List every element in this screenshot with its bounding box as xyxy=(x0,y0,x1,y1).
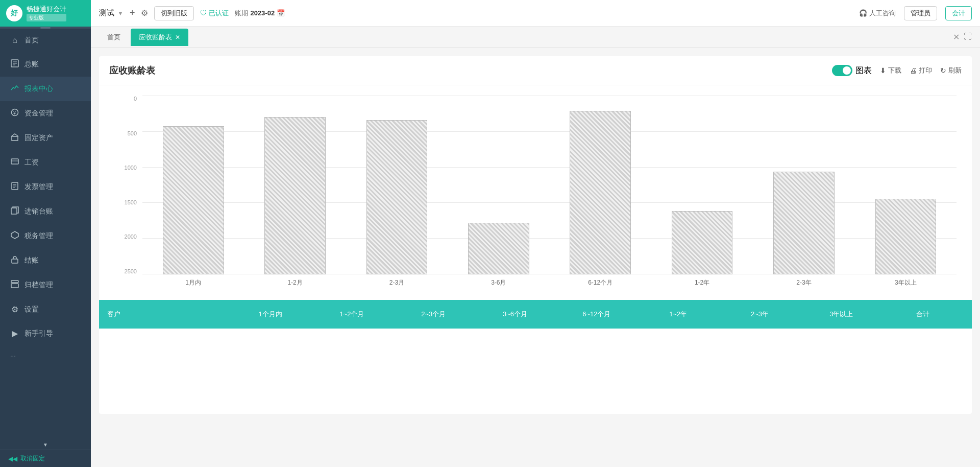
tax-icon xyxy=(10,231,19,241)
chart-x-labels: 1月内1-2月2-3月3-6月6-12个月1-2年2-3年3年以上 xyxy=(142,275,957,290)
tabs-right-actions: ✕ ⛶ xyxy=(953,32,972,42)
y-label-3: 1500 xyxy=(114,199,140,205)
calendar-icon[interactable]: 📅 xyxy=(277,9,285,17)
print-button[interactable]: 🖨 打印 xyxy=(910,66,932,75)
tab-ar-aging[interactable]: 应收账龄表 ✕ xyxy=(131,29,188,46)
sidebar-item-tax[interactable]: 税务管理 xyxy=(0,224,91,248)
assets-icon xyxy=(10,133,19,143)
chart-bar-group-7 xyxy=(855,96,957,274)
purchase-icon xyxy=(10,206,19,217)
topbar-right: 🎧 人工咨询 管理员 会计 xyxy=(859,6,972,20)
table-header-cell-5: 6~12个月 xyxy=(556,310,638,319)
pin-icon: ◀◀ xyxy=(8,455,17,462)
role-button[interactable]: 会计 xyxy=(945,6,972,20)
chart-bar-group-5 xyxy=(651,96,753,274)
logo-text: 畅捷通好会计 专业版 xyxy=(27,5,66,21)
settings-button[interactable]: ⚙ xyxy=(141,8,148,18)
chart-bar-group-3 xyxy=(448,96,549,274)
download-icon: ⬇ xyxy=(880,66,886,75)
sidebar-item-ledger[interactable]: 总账 xyxy=(0,52,91,77)
sidebar-item-archive[interactable]: 归档管理 xyxy=(0,273,91,297)
topbar: 测试 ▼ + ⚙ 切到旧版 🛡 已认证 账期 2023-02 📅 🎧 人工咨询 … xyxy=(91,0,980,27)
sidebar-logo: 好 畅捷通好会计 专业版 xyxy=(0,0,91,27)
sidebar-item-settings[interactable]: ⚙ 设置 xyxy=(0,297,91,321)
tab-home[interactable]: 首页 xyxy=(99,29,129,46)
chart-x-label-6: 2-3年 xyxy=(753,275,854,290)
chart-bar-4 xyxy=(570,111,631,274)
sidebar-nav: ⌂ 首页 总账 报表中心 ¥ 资金管理 固定资产 xyxy=(0,27,91,440)
tabs-bar: 首页 应收账龄表 ✕ ✕ ⛶ xyxy=(91,27,980,48)
svg-text:¥: ¥ xyxy=(13,110,16,115)
download-button[interactable]: ⬇ 下载 xyxy=(880,66,901,75)
sidebar-item-funds[interactable]: ¥ 资金管理 xyxy=(0,101,91,126)
sidebar: 好 畅捷通好会计 专业版 ⌂ 首页 总账 报表中心 ¥ xyxy=(0,0,91,467)
chart-bar-3 xyxy=(468,223,529,274)
refresh-button[interactable]: ↻ 刷新 xyxy=(940,66,962,75)
sidebar-item-partial: ... xyxy=(0,345,91,363)
sidebar-item-assets[interactable]: 固定资产 xyxy=(0,126,91,150)
chart-bar-2 xyxy=(366,120,428,274)
table-header-cell-2: 1~2个月 xyxy=(311,310,393,319)
user-button[interactable]: 管理员 xyxy=(904,6,937,20)
chart-x-label-5: 1-2年 xyxy=(651,275,753,290)
settings-icon: ⚙ xyxy=(10,305,19,314)
sidebar-item-salary[interactable]: 工资 xyxy=(0,150,91,175)
svg-rect-7 xyxy=(11,159,18,164)
invoice-icon xyxy=(10,182,19,192)
svg-rect-6 xyxy=(12,136,18,141)
table-header-cell-9: 合计 xyxy=(882,310,964,319)
svg-rect-16 xyxy=(11,284,18,288)
sidebar-item-reports[interactable]: 报表中心 xyxy=(0,77,91,101)
sidebar-item-guide[interactable]: ▶ 新手引导 xyxy=(0,321,91,345)
main-content: 测试 ▼ + ⚙ 切到旧版 🛡 已认证 账期 2023-02 📅 🎧 人工咨询 … xyxy=(91,0,980,467)
svg-rect-15 xyxy=(11,281,18,283)
home-icon: ⌂ xyxy=(10,36,19,45)
y-label-4: 2000 xyxy=(114,233,140,240)
sidebar-item-invoice[interactable]: 发票管理 xyxy=(0,175,91,199)
chart-toggle: 图表 xyxy=(832,65,872,76)
ledger-icon xyxy=(10,59,19,69)
chart-x-label-0: 1月内 xyxy=(142,275,244,290)
guide-icon: ▶ xyxy=(10,329,19,338)
consult-button[interactable]: 🎧 人工咨询 xyxy=(859,9,896,18)
add-company-button[interactable]: + xyxy=(130,8,135,18)
chart-x-label-3: 3-6月 xyxy=(448,275,549,290)
headset-icon: 🎧 xyxy=(859,9,867,17)
chevron-down-icon: ▼ xyxy=(117,10,124,17)
expand-icon[interactable]: ⛶ xyxy=(964,32,972,42)
close-window-icon[interactable]: ✕ xyxy=(953,32,960,42)
chart-bar-7 xyxy=(875,199,937,274)
sidebar-item-close[interactable]: 结账 xyxy=(0,248,91,273)
sidebar-item-home[interactable]: ⌂ 首页 xyxy=(0,29,91,52)
chart-x-label-7: 3年以上 xyxy=(855,275,957,290)
switch-old-version-button[interactable]: 切到旧版 xyxy=(154,6,194,20)
topbar-title: 测试 ▼ xyxy=(99,8,124,18)
table-header-cell-3: 2~3个月 xyxy=(393,310,474,319)
funds-icon: ¥ xyxy=(10,108,19,119)
chart-x-label-2: 2-3月 xyxy=(346,275,448,290)
chart-inner: 2500 2000 1500 1000 500 0 xyxy=(114,96,957,290)
tab-close-icon[interactable]: ✕ xyxy=(175,34,180,41)
chart-bar-group-1 xyxy=(244,96,346,274)
report-container: 应收账龄表 图表 ⬇ 下载 🖨 打印 ↻ xyxy=(99,56,972,414)
close-account-icon xyxy=(10,255,19,266)
chart-bar-group-6 xyxy=(753,96,854,274)
y-label-0: 0 xyxy=(114,96,140,102)
page-content: 应收账龄表 图表 ⬇ 下载 🖨 打印 ↻ xyxy=(91,48,980,467)
chart-toggle-switch[interactable] xyxy=(832,65,852,76)
sidebar-item-purchase[interactable]: 进销台账 xyxy=(0,199,91,224)
chart-area: 2500 2000 1500 1000 500 0 xyxy=(99,85,972,300)
svg-rect-13 xyxy=(11,208,17,214)
chart-bar-6 xyxy=(773,172,835,274)
table-header-cell-8: 3年以上 xyxy=(800,310,882,319)
print-icon: 🖨 xyxy=(910,66,917,75)
cancel-fixed-button[interactable]: ◀◀ 取消固定 xyxy=(0,450,91,467)
scroll-down-indicator: ▼ xyxy=(0,440,91,450)
chart-toggle-label: 图表 xyxy=(855,65,872,76)
table-header-cell-4: 3~6个月 xyxy=(474,310,556,319)
logo-icon: 好 xyxy=(6,5,22,21)
certified-icon: 🛡 xyxy=(200,9,207,17)
y-label-1: 500 xyxy=(114,130,140,136)
chart-x-label-4: 6-12个月 xyxy=(550,275,651,290)
chart-bar-5 xyxy=(672,211,733,274)
